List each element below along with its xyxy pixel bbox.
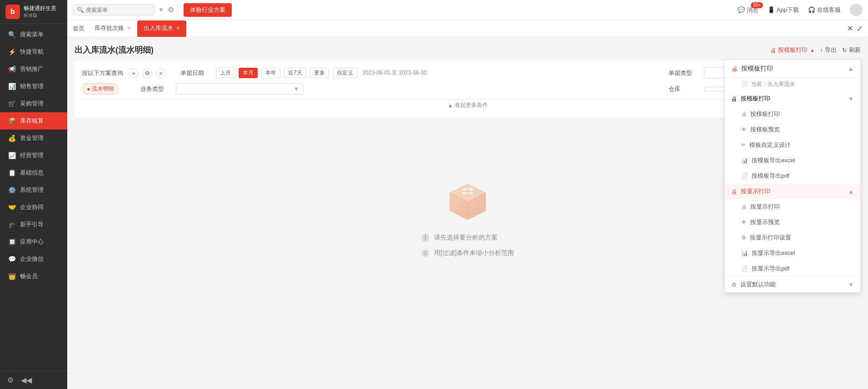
empty-text-area: 1 请先选择要分析的方案 2 用[过滤]条件来缩小分析范围 — [421, 234, 514, 261]
sidebar-item-marketing[interactable]: 📢 营销推广 — [0, 60, 67, 78]
industry-button[interactable]: 体验行业方案 — [184, 3, 232, 17]
sidebar-item-label: 经营管理 — [20, 151, 60, 160]
message-icon: 💬 — [738, 6, 745, 13]
page-title-bar: 出入库流水(流水明细) 🖨 按模板打印 ▲ ↑ 导出 ↻ 刷新 — [75, 45, 861, 55]
business-type-arrow-icon: ▼ — [293, 85, 299, 92]
step-2-number: 2 — [421, 249, 429, 257]
sidebar-item-label: 营销推广 — [20, 65, 60, 73]
empty-state-illustration — [445, 179, 490, 224]
message-item[interactable]: 💬 消息 99+ — [738, 6, 758, 14]
business-type-label: 业务类型 — [140, 85, 172, 93]
inventory-icon: 📦 — [7, 117, 16, 125]
flow-detail-badge[interactable]: ● 流水明细 — [82, 83, 119, 95]
topbar-divider — [178, 5, 178, 15]
sidebar-item-inventory[interactable]: 📦 库存核算 — [0, 112, 67, 130]
online-service-item[interactable]: 🎧 在线客服 — [808, 6, 841, 14]
sidebar-item-label: 资金管理 — [20, 134, 60, 142]
warehouse-label: 仓库 — [668, 85, 700, 93]
topbar-search-box[interactable]: 🔍 — [73, 4, 155, 15]
dropdown-arrow-icon[interactable]: ▼ — [158, 6, 164, 13]
pdf-sub-icon: 📄 — [741, 173, 748, 179]
date-btn-more[interactable]: 更多 — [310, 68, 329, 78]
sidebar-item-label: 企业微信 — [20, 255, 60, 263]
display-print-settings-item[interactable]: ⚙ 按显示打印设置 — [725, 230, 860, 245]
set-default-item[interactable]: ⚙ 设置默认功能 ▼ — [725, 276, 860, 292]
tab-batch-close[interactable]: ✕ — [127, 25, 131, 31]
sidebar-item-finance[interactable]: 💰 资金管理 — [0, 130, 67, 147]
sidebar-item-quick-nav[interactable]: ⚡ 快捷导航 — [0, 43, 67, 60]
export-button[interactable]: ↑ 导出 — [820, 46, 837, 54]
topbar-search-input[interactable] — [86, 7, 140, 13]
display-print-item[interactable]: 🖨 按显示打印 — [725, 199, 860, 214]
tab-home[interactable]: 首页 — [73, 25, 85, 33]
purchase-icon: 🛒 — [7, 100, 16, 107]
user-avatar[interactable] — [850, 4, 863, 16]
display-print-section[interactable]: 🖨 按显示打印 ▲ — [725, 184, 860, 199]
date-btn-this-month[interactable]: 本月 — [239, 68, 258, 78]
template-export-excel-item[interactable]: 📊 按模板导出excel — [725, 153, 860, 168]
display-export-pdf-label: 按显示导出pdf — [752, 264, 789, 273]
settings-icon[interactable]: ⚙ — [7, 376, 14, 384]
default-icon: ⚙ — [731, 281, 737, 288]
wechat-icon: 💬 — [7, 255, 16, 263]
sidebar-item-label: 快捷导航 — [20, 48, 60, 56]
filter-collapse-button[interactable]: « — [156, 68, 166, 78]
sidebar-item-wechat[interactable]: 💬 企业微信 — [0, 250, 67, 268]
sidebar-item-search[interactable]: 🔍 搜索菜单 — [0, 26, 67, 43]
date-btn-last-month[interactable]: 上月 — [216, 68, 235, 78]
sidebar-item-label: 企业协同 — [20, 203, 60, 211]
settings-gear-icon[interactable]: ⚙ — [168, 5, 174, 14]
app-download-item[interactable]: 📱 App下载 — [768, 6, 799, 14]
system-icon: ⚙️ — [7, 186, 16, 194]
basic-icon: 📋 — [7, 169, 16, 176]
template-export-pdf-item[interactable]: 📄 按模板导出pdf — [725, 168, 860, 184]
template-print-section[interactable]: 🖨 按模板打印 ▼ — [725, 91, 860, 106]
member-icon: 👑 — [7, 273, 16, 280]
display-print-sub-label: 按显示打印 — [750, 203, 780, 211]
step-1-number: 1 — [421, 234, 429, 242]
tab-close-all-icon[interactable]: ✕ — [847, 24, 853, 33]
empty-step2: 2 用[过滤]条件来缩小分析范围 — [421, 249, 514, 257]
business-type-select[interactable]: ▼ — [176, 83, 303, 95]
pdf-display-sub-icon: 📄 — [741, 265, 748, 272]
filter-settings-button[interactable]: ⚙ — [142, 68, 152, 78]
sidebar-item-member[interactable]: 👑 畅会员 — [0, 268, 67, 285]
logo-text: 畅捷通好生意 — [24, 5, 56, 12]
sidebar-item-basic[interactable]: 📋 基础信息 — [0, 164, 67, 181]
sidebar-item-collab[interactable]: 🤝 企业协同 — [0, 199, 67, 216]
sidebar-item-app-center[interactable]: 🔲 应用中心 — [0, 233, 67, 250]
print-template-button[interactable]: 🖨 按模板打印 ▲ — [770, 46, 815, 54]
sidebar-item-purchase[interactable]: 🛒 采购管理 — [0, 95, 67, 112]
display-preview-item[interactable]: 👁 按显示预览 — [725, 214, 860, 230]
tab-flow-close[interactable]: ✕ — [176, 25, 180, 31]
date-range-display: 2023-06-01 至 2023-06-30 — [363, 69, 427, 77]
display-export-excel-item[interactable]: 📊 按显示导出excel — [725, 245, 860, 261]
chevron-up-header-icon[interactable]: ▲ — [848, 65, 854, 72]
finance-icon: 💰 — [7, 135, 16, 142]
date-btn-this-year[interactable]: 本年 — [261, 68, 280, 78]
tab-flow[interactable]: 出入库流水 ✕ — [137, 20, 186, 37]
sidebar-item-system[interactable]: ⚙️ 系统管理 — [0, 181, 67, 199]
date-btn-custom[interactable]: 自定义 — [333, 68, 357, 78]
printer-section-icon: 🖨 — [731, 95, 737, 102]
date-btn-7days[interactable]: 近7天 — [284, 68, 306, 78]
display-export-pdf-item[interactable]: 📄 按显示导出pdf — [725, 261, 860, 276]
display-print-settings-label: 按显示打印设置 — [750, 234, 791, 242]
sidebar-item-sales[interactable]: 📊 销售管理 — [0, 78, 67, 95]
sidebar-item-label: 库存核算 — [20, 117, 60, 125]
template-print-item[interactable]: 🖨 按模板打印 — [725, 106, 860, 122]
filter-add-button[interactable]: + — [129, 68, 139, 78]
sidebar-item-label: 搜索菜单 — [20, 30, 60, 39]
collapse-icon[interactable]: ◀◀ — [21, 376, 32, 384]
tab-maximize-icon[interactable]: ⤢ — [857, 24, 863, 33]
settings-display-sub-icon: ⚙ — [741, 234, 746, 241]
logo-area: b 畅捷通好生意 标准版 — [0, 0, 67, 24]
sidebar-item-operation[interactable]: 📈 经营管理 — [0, 147, 67, 164]
display-export-excel-label: 按显示导出excel — [752, 249, 795, 257]
refresh-button[interactable]: ↻ 刷新 — [842, 46, 861, 54]
template-design-item[interactable]: ✏ 模板自定义设计 — [725, 137, 860, 153]
tab-batch[interactable]: 库存批次账 ✕ — [88, 20, 137, 37]
sidebar-item-guide[interactable]: 🎓 新手引导 — [0, 216, 67, 233]
chevron-up-icon: ▲ — [810, 48, 815, 53]
template-preview-item[interactable]: 👁 按模板预览 — [725, 122, 860, 137]
